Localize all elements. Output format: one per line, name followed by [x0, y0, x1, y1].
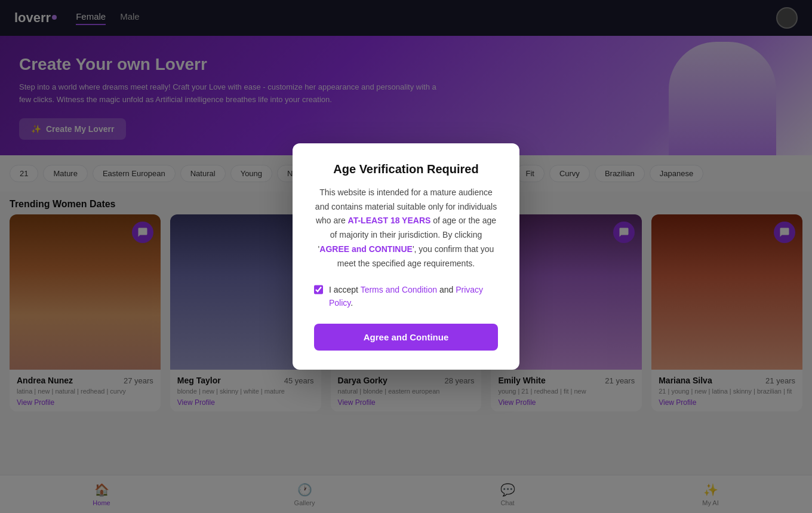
agree-continue-button[interactable]: Agree and Continue	[314, 324, 498, 351]
accept-prefix: I accept	[329, 285, 361, 294]
period: .	[350, 298, 353, 308]
terms-link[interactable]: Terms and Condition	[361, 285, 437, 294]
accept-text: I accept Terms and Condition and Privacy…	[329, 283, 498, 310]
modal-overlay: Age Verification Required This website i…	[0, 0, 812, 513]
modal-age-highlight: AT-LEAST 18 YEARS	[348, 216, 431, 225]
modal-body: This website is intended for a mature au…	[314, 186, 498, 271]
accept-checkbox[interactable]	[314, 285, 323, 294]
modal-link-text: AGREE and CONTINUE	[319, 244, 413, 254]
age-verification-modal: Age Verification Required This website i…	[293, 143, 519, 370]
and-text: and	[437, 285, 456, 294]
modal-accept-row: I accept Terms and Condition and Privacy…	[314, 283, 498, 310]
modal-title: Age Verification Required	[314, 162, 498, 176]
